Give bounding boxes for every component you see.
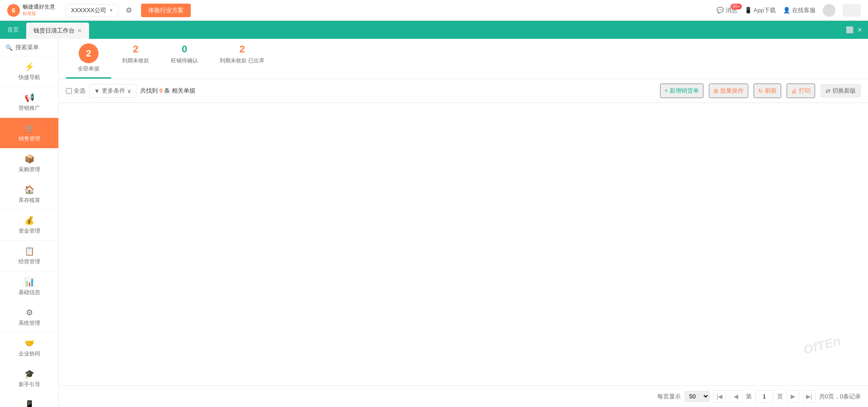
refresh-button[interactable]: ↻ 刷新 bbox=[754, 84, 781, 98]
filter-label: 更多条件 bbox=[102, 87, 125, 95]
add-sale-order-button[interactable]: + 新增销货单 bbox=[660, 84, 703, 98]
close-tab-icon[interactable]: ✕ bbox=[77, 28, 82, 34]
select-all-checkbox[interactable]: 全选 bbox=[66, 87, 85, 95]
sidebar-item-enterprise[interactable]: 🤝 企业协同 bbox=[0, 333, 58, 364]
page-label: 第 bbox=[746, 393, 752, 401]
found-prefix: 共找到 bbox=[140, 87, 158, 94]
content-area: 2 全部单据 2 到期未收款 0 旺铺待确认 2 到期未收款 已出库 全选 bbox=[59, 39, 868, 407]
batch-operation-button[interactable]: ⊞ 批量操作 bbox=[709, 84, 748, 98]
print-button[interactable]: 🖨 打印 bbox=[787, 84, 815, 98]
sidebar-item-label: 基础信息 bbox=[19, 289, 40, 296]
sidebar: 🔍 搜索菜单 ⚡ 快捷导航 📢 营销推广 🛒 销售管理 📦 采购管理 🏠 库存核… bbox=[0, 39, 59, 407]
batch-icon: ⊞ bbox=[713, 88, 718, 94]
all-label: 全部单据 bbox=[78, 65, 99, 73]
sidebar-item-sales[interactable]: 🛒 销售管理 bbox=[0, 118, 58, 149]
sidebar-item-app-center[interactable]: 📱 应用中心 bbox=[0, 394, 58, 407]
operations-icon: 📋 bbox=[24, 246, 34, 256]
avatar[interactable] bbox=[823, 4, 835, 17]
stats-tab-wangpu[interactable]: 0 旺铺待确认 bbox=[160, 39, 209, 79]
enterprise-icon: 🤝 bbox=[24, 338, 34, 348]
company-name: XXXXXX公司 bbox=[71, 6, 106, 14]
first-page-btn[interactable]: |◀ bbox=[713, 390, 726, 403]
tab-home[interactable]: 首页 bbox=[0, 21, 26, 39]
system-icon: ⚙ bbox=[26, 308, 33, 318]
guide-icon: 🎓 bbox=[24, 369, 34, 379]
sidebar-item-inventory[interactable]: 🏠 库存核算 bbox=[0, 179, 58, 210]
sidebar-item-label: 采购管理 bbox=[19, 166, 40, 173]
chevron-down-icon: ▼ bbox=[109, 8, 113, 13]
next-page-btn[interactable]: ▶ bbox=[787, 390, 799, 403]
wangpu-label: 旺铺待确认 bbox=[171, 57, 198, 65]
stats-tab-shipped[interactable]: 2 到期未收款 已出库 bbox=[209, 39, 275, 79]
stats-tab-overdue[interactable]: 2 到期未收款 bbox=[111, 39, 160, 79]
all-count: 2 bbox=[79, 43, 99, 63]
sidebar-item-label: 快捷导航 bbox=[19, 74, 40, 81]
found-count: 0 bbox=[160, 87, 163, 94]
stats-tabs: 2 全部单据 2 到期未收款 0 旺铺待确认 2 到期未收款 已出库 bbox=[59, 39, 868, 79]
app-download-label: App下载 bbox=[754, 6, 776, 14]
found-suffix: 条 相关单据 bbox=[164, 87, 195, 94]
last-page-btn[interactable]: ▶| bbox=[803, 390, 816, 403]
top-header: 6 畅捷通好生意 标准版 XXXXXX公司 ▼ ⚙ 体验行业方案 💬 消息 99… bbox=[0, 0, 868, 21]
settings-icon[interactable]: ⚙ bbox=[122, 4, 136, 17]
sidebar-item-operations[interactable]: 📋 经营管理 bbox=[0, 241, 58, 271]
app-version: 标准版 bbox=[23, 10, 55, 17]
quick-nav-icon: ⚡ bbox=[24, 62, 34, 72]
switch-icon: ⇄ bbox=[826, 88, 830, 94]
overdue-label: 到期未收款 bbox=[122, 57, 149, 65]
inventory-icon: 🏠 bbox=[24, 185, 34, 195]
app-download-btn[interactable]: 📱 App下载 bbox=[745, 6, 776, 14]
select-all-label: 全选 bbox=[74, 87, 85, 95]
sidebar-item-system[interactable]: ⚙ 系统管理 bbox=[0, 302, 58, 333]
sidebar-item-label: 系统管理 bbox=[19, 319, 40, 327]
sidebar-item-label: 企业协同 bbox=[19, 350, 40, 358]
sidebar-item-label: 经营管理 bbox=[19, 258, 40, 266]
logo-area: 6 畅捷通好生意 标准版 bbox=[7, 4, 66, 17]
sidebar-item-marketing[interactable]: 📢 营销推广 bbox=[0, 87, 58, 118]
found-text: 共找到 0 条 相关单据 bbox=[140, 87, 195, 95]
overdue-count: 2 bbox=[133, 43, 138, 55]
logo-icon: 6 bbox=[7, 4, 20, 17]
sidebar-item-label: 销售管理 bbox=[19, 135, 40, 143]
message-btn[interactable]: 💬 消息 99+ bbox=[717, 6, 737, 14]
sidebar-item-quick-nav[interactable]: ⚡ 快捷导航 bbox=[0, 56, 58, 87]
switch-label: 切换新版 bbox=[832, 87, 856, 95]
tab-bar-actions: ⬜ ✕ bbox=[846, 21, 868, 39]
page-input[interactable] bbox=[755, 390, 774, 403]
purchase-icon: 📦 bbox=[24, 154, 34, 164]
sidebar-item-label: 资金管理 bbox=[19, 227, 40, 235]
prev-page-btn[interactable]: ◀ bbox=[730, 390, 742, 403]
sidebar-search[interactable]: 🔍 搜索菜单 bbox=[0, 39, 58, 56]
switch-version-button[interactable]: ⇄ 切换新版 bbox=[821, 84, 861, 98]
print-label: 打印 bbox=[799, 87, 811, 95]
trial-button[interactable]: 体验行业方案 bbox=[141, 4, 191, 17]
shipped-count: 2 bbox=[240, 43, 245, 55]
main-layout: 🔍 搜索菜单 ⚡ 快捷导航 📢 营销推广 🛒 销售管理 📦 采购管理 🏠 库存核… bbox=[0, 39, 868, 407]
sidebar-item-label: 营销推广 bbox=[19, 104, 40, 112]
print-icon: 🖨 bbox=[791, 88, 797, 94]
pagination-bar: 每页显示 50 20 100 |◀ ◀ 第 页 ▶ ▶| 共0页，0条记录 bbox=[59, 385, 868, 407]
user-name bbox=[843, 4, 861, 17]
online-service-btn[interactable]: 👤 在线客服 bbox=[783, 6, 816, 14]
sidebar-item-purchase[interactable]: 📦 采购管理 bbox=[0, 149, 58, 179]
tab-workbench[interactable]: 钱货日清工作台 ✕ bbox=[26, 23, 89, 39]
toolbar-right: + 新增销货单 ⊞ 批量操作 ↻ 刷新 🖨 打印 ⇄ 切换新版 bbox=[660, 84, 861, 98]
refresh-icon: ↻ bbox=[758, 88, 763, 94]
per-page-select[interactable]: 50 20 100 bbox=[684, 391, 710, 402]
wangpu-count: 0 bbox=[182, 43, 187, 55]
sidebar-item-guide[interactable]: 🎓 新手引导 bbox=[0, 364, 58, 394]
company-selector[interactable]: XXXXXX公司 ▼ bbox=[66, 4, 118, 17]
filter-icon: ▼ bbox=[94, 88, 100, 94]
message-icon: 💬 bbox=[717, 7, 724, 14]
stats-tab-all[interactable]: 2 全部单据 bbox=[66, 39, 111, 79]
select-all-input[interactable] bbox=[66, 88, 72, 94]
header-right: 💬 消息 99+ 📱 App下载 👤 在线客服 bbox=[717, 4, 861, 17]
sidebar-item-basic-info[interactable]: 📊 基础信息 bbox=[0, 271, 58, 302]
tab-close-btn[interactable]: ✕ bbox=[857, 26, 863, 33]
tab-restore-btn[interactable]: ⬜ bbox=[846, 26, 854, 33]
sidebar-item-finance[interactable]: 💰 资金管理 bbox=[0, 210, 58, 241]
app-name: 畅捷通好生意 bbox=[23, 4, 55, 11]
tab-home-label: 首页 bbox=[7, 26, 19, 34]
marketing-icon: 📢 bbox=[24, 93, 34, 103]
filter-button[interactable]: ▼ 更多条件 ∨ bbox=[89, 84, 137, 98]
